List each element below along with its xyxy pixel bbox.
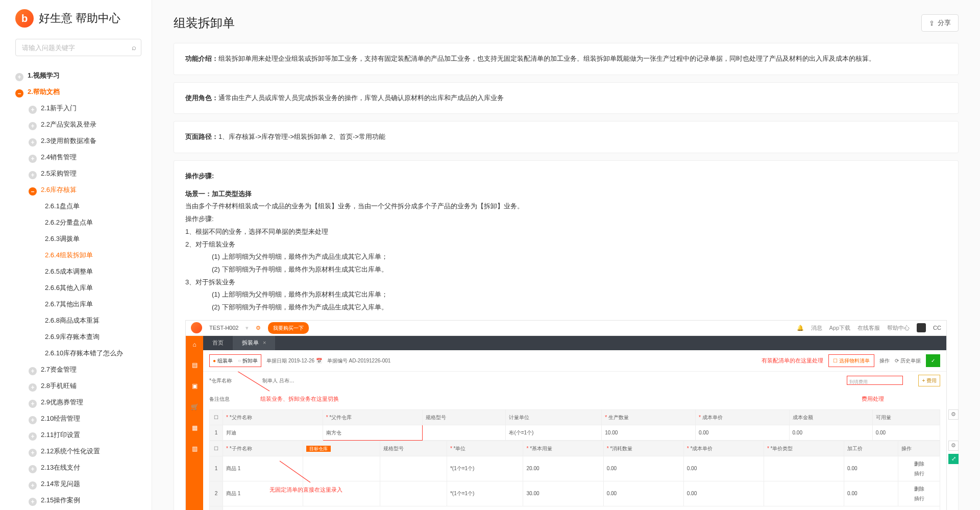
table-row: 1商品 1 *(1个=1个)20.00 0.000.00 0.00 删除插行	[210, 456, 940, 481]
annot-switch: 组装业务、拆卸业务在这里切换	[260, 394, 339, 404]
ss-ops: 操作	[879, 356, 890, 366]
annot-bom: 有装配清单的在这里处理	[762, 355, 823, 366]
nav-2-8[interactable]: +2.8手机旺铺	[15, 378, 141, 394]
nav-2-6-5[interactable]: 2.6.5成本调整单	[15, 263, 141, 280]
nav-2-15[interactable]: +2.15操作案例	[15, 492, 141, 508]
home-icon: ⌂	[192, 339, 196, 351]
ss-add-fee: + 费用	[918, 375, 940, 386]
page-title: 组装拆卸单	[174, 15, 235, 31]
ss-select-bom: ☐ 选择物料清单	[828, 354, 874, 367]
role-label: 使用角色：	[185, 94, 218, 102]
annot-fee: 费用处理	[862, 394, 884, 404]
plus-icon: +	[29, 400, 37, 408]
chevron-down-icon: ▾	[246, 323, 249, 333]
share-button[interactable]: ⇪ 分享	[921, 14, 959, 32]
table-row: 1 邦迪 南方仓 布(个=1个) 10.00 0.00 0.00 0.00	[210, 425, 940, 440]
nav-2-6-8[interactable]: 2.6.8商品成本重算	[15, 312, 141, 329]
gear-icon: ⚙	[256, 323, 261, 333]
search-input[interactable]	[15, 39, 141, 56]
plus-icon: +	[29, 171, 37, 179]
minus-icon: –	[29, 187, 37, 196]
share-icon: ⇪	[929, 19, 935, 27]
grid-icon: ▥	[192, 443, 198, 455]
ss-side-icons: ⚙	[948, 409, 959, 420]
bell-icon: 🔔	[797, 323, 804, 333]
setting-icon: ⚙	[948, 441, 959, 451]
ss-memo-label: 备注信息	[209, 394, 230, 404]
intro-label: 功能介绍：	[185, 55, 218, 62]
ss-side-icons: ⚙⤢	[948, 441, 959, 464]
ss-child-table: ☐ *子件名称 目标仓库 规格型号 *单位 *基本用量 *消耗数量 *成本单价 …	[209, 441, 940, 510]
steps-card: 操作步骤: 场景一：加工类型选择 当由多个子件材料组装成一个成品的业务为【组装】…	[174, 160, 959, 510]
ss-svc: 在线客服	[857, 323, 880, 333]
plus-icon: +	[29, 367, 37, 375]
nav-2-10[interactable]: +2.10经营管理	[15, 410, 141, 427]
chart-icon: ▦	[192, 422, 198, 434]
nav-2-5[interactable]: +2.5采购管理	[15, 165, 141, 182]
step-3b: (2) 下部明细为子件明细，最终作为产成品生成其它入库单。	[185, 301, 947, 314]
nav-video[interactable]: +1.视频学习	[15, 67, 141, 84]
nav-2-6-9[interactable]: 2.6.9库存账本查询	[15, 329, 141, 345]
nav-2-4[interactable]: +2.4销售管理	[15, 149, 141, 165]
nav-2-12[interactable]: +2.12系统个性化设置	[15, 443, 141, 459]
nav-2-9[interactable]: +2.9优惠券管理	[15, 394, 141, 410]
nav-docs[interactable]: –2.帮助文档	[15, 84, 141, 100]
nav-2-6-4[interactable]: 2.6.4组装拆卸单	[15, 247, 141, 263]
nav-2-7[interactable]: +2.7资金管理	[15, 361, 141, 378]
nav-2-2[interactable]: +2.2产品安装及登录	[15, 116, 141, 133]
close-icon: ×	[263, 337, 266, 348]
ss-tenant: TEST-H002	[209, 323, 238, 333]
nav-2-11[interactable]: +2.11打印设置	[15, 427, 141, 443]
step-2: 2、对于组装业务	[185, 238, 947, 251]
scene-title: 场景一：加工类型选择	[185, 190, 252, 198]
avatar-icon	[917, 323, 926, 332]
ss-row3: 备注信息 组装业务、拆卸业务在这里切换 费用处理	[203, 392, 946, 409]
search-icon[interactable]: ⌕	[132, 43, 136, 52]
nav-2-14[interactable]: +2.14常见问题	[15, 476, 141, 492]
ss-type-radio: 组装单 拆卸单	[209, 354, 261, 367]
search-box: ⌕	[15, 39, 141, 56]
nav-2-6-1[interactable]: 2.6.1盘点单	[15, 198, 141, 214]
main-content: 组装拆卸单 ⇪ 分享 功能介绍：组装拆卸单用来处理企业组装或拆卸等加工业务，支持…	[152, 0, 980, 510]
plus-icon: +	[29, 481, 37, 490]
step-2a: (1) 上部明细为父件明细，最终作为产成品生成其它入库单；	[185, 251, 947, 263]
plus-icon: +	[29, 449, 37, 457]
intro-text: 组装拆卸单用来处理企业组装或拆卸等加工业务，支持有固定装配清单的产品加工业务，也…	[218, 55, 875, 62]
setting-icon: ⚙	[948, 409, 959, 420]
nav-2-1[interactable]: +2.1新手入门	[15, 100, 141, 116]
nav-tree: +1.视频学习 –2.帮助文档 +2.1新手入门 +2.2产品安装及登录 +2.…	[15, 67, 141, 508]
nav-2-6-2[interactable]: 2.6.2分量盘点单	[15, 214, 141, 231]
nav-2-6-3[interactable]: 2.6.3调拨单	[15, 231, 141, 247]
plus-icon: +	[29, 498, 37, 506]
nav-2-6-6[interactable]: 2.6.6其他入库单	[15, 280, 141, 296]
plus-icon: +	[29, 155, 37, 163]
box-icon: ▣	[192, 380, 198, 392]
nav-2-6-10[interactable]: 2.6.10库存账本错了怎么办	[15, 345, 141, 361]
step-2b: (2) 下部明细为子件明细，最终作为原材料生成其它出库单。	[185, 263, 947, 276]
path-card: 页面路径：1、库存核算->库存管理->组装拆卸单 2、首页->常用功能	[174, 121, 959, 153]
ss-toolbar: 组装单 拆卸单 单据日期 2019-12-26 📅 单据编号 AD-201912…	[203, 350, 946, 372]
ss-rail: ⌂ ▤ ▣ 🛒 ▦ ▥	[186, 336, 203, 510]
ss-fee-input: 到填费用	[847, 376, 903, 385]
radio-disassemble: 拆卸单	[238, 356, 258, 366]
nav-2-13[interactable]: +2.13在线支付	[15, 459, 141, 476]
sidebar: b 好生意 帮助中心 ⌕ +1.视频学习 –2.帮助文档 +2.1新手入门 +2…	[0, 0, 152, 510]
nav-2-6-7[interactable]: 2.6.7其他出库单	[15, 296, 141, 312]
plus-icon: +	[29, 383, 37, 392]
intro-card: 功能介绍：组装拆卸单用来处理企业组装或拆卸等加工业务，支持有固定装配清单的产品加…	[174, 43, 959, 75]
plus-icon: +	[29, 122, 37, 130]
ss-topbar: TEST-H002 ▾ ⚙ 我要购买一下 🔔 消息 App下载 在线客服 帮助中…	[186, 321, 946, 336]
path-text: 1、库存核算->库存管理->组装拆卸单 2、首页->常用功能	[218, 133, 385, 140]
path-label: 页面路径：	[185, 133, 218, 140]
step-1: 1、根据不同的业务，选择不同单据的类型来处理	[185, 226, 947, 238]
ss-tab-home: 首页	[203, 336, 233, 350]
ss-help: 帮助中心	[887, 323, 910, 333]
ss-tabs: 首页 拆装单×	[203, 336, 946, 350]
radio-assemble: 组装单	[213, 356, 233, 366]
ss-msg: 消息	[811, 323, 822, 333]
steps-title: 操作步骤:	[185, 172, 214, 180]
ss-app: App下载	[829, 323, 851, 333]
scene-desc: 当由多个子件材料组装成一个成品的业务为【组装】业务，当由一个父件拆分成多个子产品…	[185, 200, 947, 213]
nav-2-3[interactable]: +2.3使用前数据准备	[15, 133, 141, 149]
nav-2-6[interactable]: –2.6库存核算	[15, 182, 141, 198]
